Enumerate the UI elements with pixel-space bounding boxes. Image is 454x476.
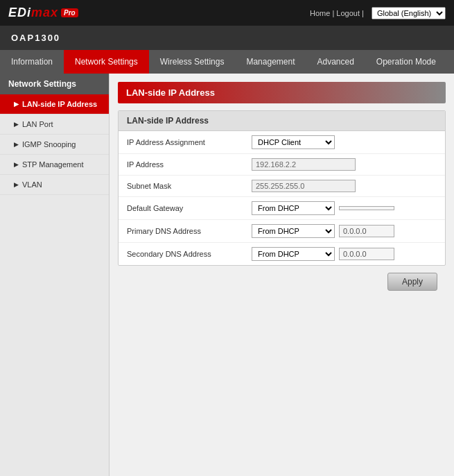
sidebar-item-lan-port[interactable]: ▶ LAN Port [0,114,109,135]
section-title: LAN-side IP Address [119,111,445,131]
arrow-icon: ▶ [14,121,19,128]
sidebar: Network Settings ▶ LAN-side IP Address ▶… [0,74,110,476]
logout-link[interactable]: Logout [336,9,360,17]
control-default-gateway: From DHCP Manual [252,201,437,215]
content-area: LAN-side IP Address LAN-side IP Address … [110,74,454,476]
apply-row: Apply [118,266,446,298]
page-title: LAN-side IP Address [118,82,446,103]
control-ip-address [252,158,437,171]
sidebar-item-label: LAN Port [22,120,53,128]
device-bar: OAP1300 [0,26,454,50]
control-ip-assignment: DHCP Client Static IP [252,135,437,149]
form-row-secondary-dns: Secondary DNS Address From DHCP Manual 0… [119,243,445,265]
main-layout: Network Settings ▶ LAN-side IP Address ▶… [0,74,454,476]
primary-dns-ip-extra: 0.0.0.0 [339,225,394,237]
tab-operation-mode[interactable]: Operation Mode [365,50,447,74]
form-row-default-gateway: Default Gateway From DHCP Manual [119,197,445,220]
form-row-ip-assignment: IP Address Assignment DHCP Client Static… [119,131,445,154]
tab-management[interactable]: Management [235,50,306,74]
device-name: OAP1300 [11,33,60,43]
form-row-subnet-mask: Subnet Mask [119,176,445,197]
sidebar-item-lan-ip[interactable]: ▶ LAN-side IP Address [0,94,109,114]
arrow-icon: ▶ [14,161,19,168]
arrow-icon: ▶ [14,181,19,188]
sidebar-item-stp[interactable]: ▶ STP Management [0,155,109,175]
label-primary-dns: Primary DNS Address [127,227,252,235]
tab-information[interactable]: Information [0,50,64,74]
tab-network-settings[interactable]: Network Settings [64,50,149,74]
label-default-gateway: Default Gateway [127,204,252,212]
select-default-gateway[interactable]: From DHCP Manual [252,201,335,215]
section-box: LAN-side IP Address IP Address Assignmen… [118,110,446,266]
header-links: Home | Logout | Global (English)ChineseG… [310,7,446,19]
label-ip-address: IP Address [127,160,252,169]
label-ip-assignment: IP Address Assignment [127,138,252,146]
control-primary-dns: From DHCP Manual 0.0.0.0 [252,224,437,238]
select-secondary-dns[interactable]: From DHCP Manual [252,247,335,261]
gateway-ip-extra [339,206,394,210]
secondary-dns-ip-extra: 0.0.0.0 [339,248,394,260]
logo-pro: Pro [61,8,78,17]
home-link[interactable]: Home [310,9,330,17]
arrow-icon: ▶ [14,101,19,108]
sidebar-item-label: VLAN [22,180,42,189]
label-secondary-dns: Secondary DNS Address [127,250,252,258]
form-row-ip-address: IP Address [119,154,445,176]
logo: EDimax Pro [8,6,78,20]
language-select[interactable]: Global (English)ChineseGermanFrench [372,7,446,19]
input-subnet-mask[interactable] [252,180,356,192]
control-secondary-dns: From DHCP Manual 0.0.0.0 [252,247,437,261]
arrow-icon: ▶ [14,141,19,148]
nav-tabs: Information Network Settings Wireless Se… [0,50,454,74]
label-subnet-mask: Subnet Mask [127,182,252,190]
select-ip-assignment[interactable]: DHCP Client Static IP [252,135,335,149]
control-subnet-mask [252,180,437,192]
tab-wireless-settings[interactable]: Wireless Settings [149,50,236,74]
logo-text: EDimax [8,6,58,20]
sidebar-item-igmp[interactable]: ▶ IGMP Snooping [0,135,109,155]
input-ip-address[interactable] [252,158,356,171]
sidebar-item-label: LAN-side IP Address [22,100,97,108]
sep2: | [362,9,366,17]
sidebar-item-label: IGMP Snooping [22,140,76,148]
form-row-primary-dns: Primary DNS Address From DHCP Manual 0.0… [119,220,445,243]
select-primary-dns[interactable]: From DHCP Manual [252,224,335,238]
header: EDimax Pro Home | Logout | Global (Engli… [0,0,454,26]
sidebar-heading: Network Settings [0,74,109,94]
apply-button[interactable]: Apply [387,273,437,291]
sidebar-item-vlan[interactable]: ▶ VLAN [0,175,109,195]
tab-advanced[interactable]: Advanced [306,50,365,74]
sidebar-item-label: STP Management [22,160,83,169]
